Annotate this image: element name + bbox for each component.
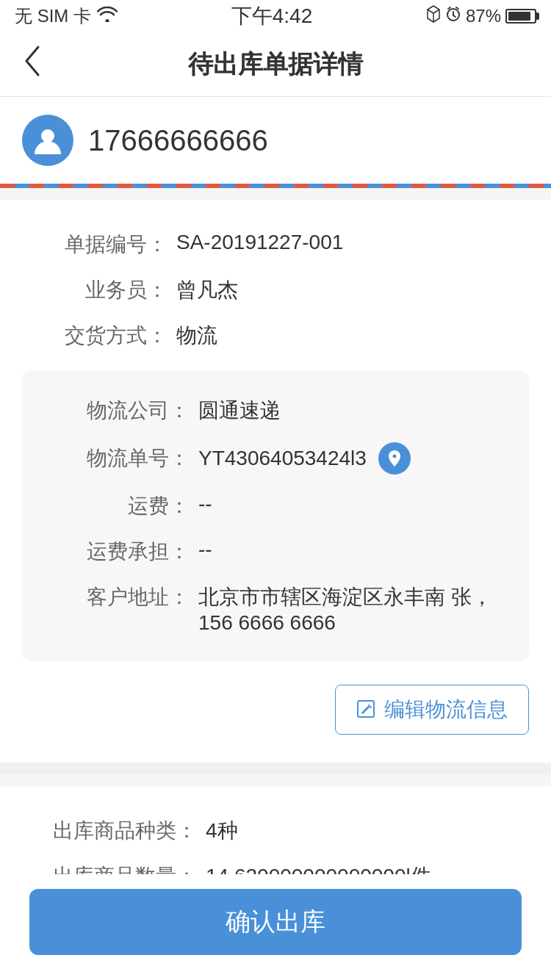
document-info-section: 单据编号 ： SA-20191227-001 业务员 ： 曾凡杰 交货方式 ： …: [0, 200, 551, 763]
document-number-label: 单据编号: [29, 231, 147, 259]
agent-row: 业务员 ： 曾凡杰: [0, 267, 551, 313]
freight-bear-row: 运费承担 ： --: [22, 529, 529, 574]
freight-bear-value: --: [198, 538, 500, 561]
user-header: 17666666666: [0, 97, 551, 184]
freight-bear-label: 运费承担: [51, 538, 169, 566]
address-label: 客户地址: [51, 583, 169, 611]
location-status-icon: [426, 5, 441, 27]
alarm-icon: [445, 6, 461, 26]
colon3: ：: [147, 322, 168, 350]
freight-row: 运费 ： --: [22, 483, 529, 529]
document-number-value: SA-20191227-001: [176, 231, 522, 254]
freight-label: 运费: [51, 492, 169, 520]
logistics-company-label: 物流公司: [51, 397, 169, 425]
confirm-outbound-button[interactable]: 确认出库: [29, 889, 522, 955]
goods-types-value: 4种: [206, 817, 522, 845]
logistics-company-row: 物流公司 ： 圆通速递: [22, 388, 529, 433]
status-right: 87%: [426, 5, 536, 27]
back-button[interactable]: [22, 44, 43, 84]
user-phone: 17666666666: [88, 124, 268, 157]
status-time: 下午4:42: [231, 2, 313, 30]
address-value: 北京市市辖区海淀区永丰南 张，156 6666 6666: [198, 583, 500, 635]
edit-btn-row: 编辑物流信息: [0, 673, 551, 741]
svg-point-6: [41, 129, 54, 143]
confirm-button-label: 确认出库: [226, 905, 325, 939]
tracking-label: 物流单号: [51, 444, 169, 472]
dash-divider: [0, 184, 551, 188]
delivery-row: 交货方式 ： 物流: [0, 313, 551, 359]
svg-line-4: [448, 7, 450, 9]
logistics-card: 物流公司 ： 圆通速递 物流单号 ： YT43064053424l3 运费 ： …: [22, 370, 529, 661]
battery-percent: 87%: [466, 6, 501, 26]
delivery-label: 交货方式: [29, 322, 147, 350]
tracking-row: 物流单号 ： YT43064053424l3: [22, 433, 529, 483]
svg-line-3: [453, 15, 455, 17]
carrier-text: 无 SIM 卡: [15, 4, 91, 28]
edit-logistics-button[interactable]: 编辑物流信息: [335, 685, 529, 735]
colon6: ：: [169, 492, 190, 520]
colon9: ：: [176, 817, 197, 845]
document-number-row: 单据编号 ： SA-20191227-001: [0, 222, 551, 267]
logistics-company-value: 圆通速递: [198, 397, 500, 425]
goods-types-label: 出库商品种类: [29, 817, 176, 845]
avatar: [22, 115, 73, 166]
status-bar: 无 SIM 卡 下午4:42 87: [0, 0, 551, 32]
confirm-button-wrapper: 确认出库: [0, 874, 551, 980]
colon7: ：: [169, 538, 190, 566]
delivery-value: 物流: [176, 322, 522, 350]
freight-value: --: [198, 492, 500, 516]
status-left: 无 SIM 卡: [15, 4, 118, 28]
colon8: ：: [169, 583, 190, 611]
colon5: ：: [169, 444, 190, 472]
page-title: 待出库单据详情: [188, 48, 363, 82]
battery-icon: [505, 9, 536, 24]
agent-label: 业务员: [29, 276, 147, 304]
edit-logistics-label: 编辑物流信息: [384, 696, 508, 724]
goods-types-row: 出库商品种类 ： 4种: [0, 808, 551, 854]
colon4: ：: [169, 397, 190, 425]
address-row: 客户地址 ： 北京市市辖区海淀区永丰南 张，156 6666 6666: [22, 574, 529, 644]
track-location-button[interactable]: [378, 442, 411, 475]
nav-bar: 待出库单据详情: [0, 32, 551, 97]
gray-divider: [0, 763, 551, 774]
agent-value: 曾凡杰: [176, 276, 522, 304]
svg-line-5: [456, 7, 458, 9]
tracking-number: YT43064053424l3: [198, 447, 367, 470]
colon1: ：: [147, 231, 168, 259]
colon2: ：: [147, 276, 168, 304]
wifi-icon: [97, 6, 118, 26]
